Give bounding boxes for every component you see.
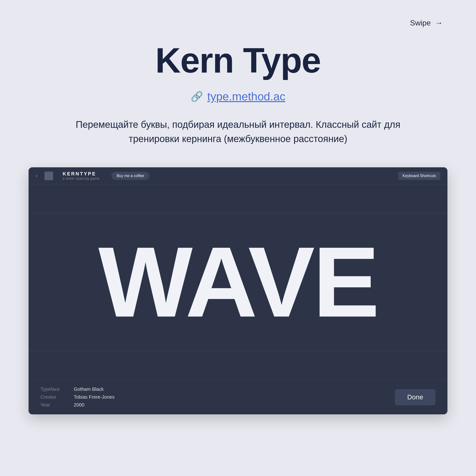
link-icon: 🔗 [191,91,203,102]
site-link[interactable]: type.method.ac [207,90,285,103]
browser-footer: Typeface Gotham Black Creator Tobias Fre… [29,380,447,414]
swipe-label: Swipe [410,18,431,27]
typeface-label: Typeface [40,387,69,392]
guide-line-top [29,213,447,213]
done-button[interactable]: Done [395,389,436,405]
browser-bar-left: ‹ KERNTYPE a letter spacing game Buy me … [36,171,150,180]
typeface-info: Typeface Gotham Black Creator Tobias Fre… [40,387,115,408]
main-title: Kern Type [155,43,321,78]
creator-row: Creator Tobias Frere-Jones [40,394,115,400]
kerntype-name: KERNTYPE [63,171,100,177]
creator-value: Tobias Frere-Jones [74,394,115,400]
browser-content: WAVE [29,185,447,380]
browser-bar: ‹ KERNTYPE a letter spacing game Buy me … [29,167,447,185]
description-text: Перемещайте буквы, подбирая идеальный ин… [71,117,405,146]
buy-coffee-button[interactable]: Buy me a coffee [111,172,149,180]
wave-display-text: WAVE [98,232,378,332]
creator-label: Creator [40,394,69,400]
year-value: 2000 [74,402,85,408]
browser-tab-icon [45,171,53,180]
year-label: Year [40,402,69,408]
typeface-value: Gotham Black [74,387,104,392]
page-container: Swipe → Kern Type 🔗 type.method.ac Перем… [0,0,476,476]
kerntype-logo: KERNTYPE a letter spacing game [63,171,100,180]
guide-line-bottom [29,351,447,351]
kerntype-subtitle: a letter spacing game [63,177,100,180]
browser-mockup: ‹ KERNTYPE a letter spacing game Buy me … [29,167,447,414]
browser-back-arrow[interactable]: ‹ [36,173,37,179]
swipe-indicator: Swipe → [410,18,443,27]
typeface-row: Typeface Gotham Black [40,387,115,392]
keyboard-shortcuts-button[interactable]: Keyboard Shortcuts [398,172,440,180]
arrow-right-icon: → [435,18,443,27]
year-row: Year 2000 [40,402,115,408]
link-row: 🔗 type.method.ac [191,90,285,103]
